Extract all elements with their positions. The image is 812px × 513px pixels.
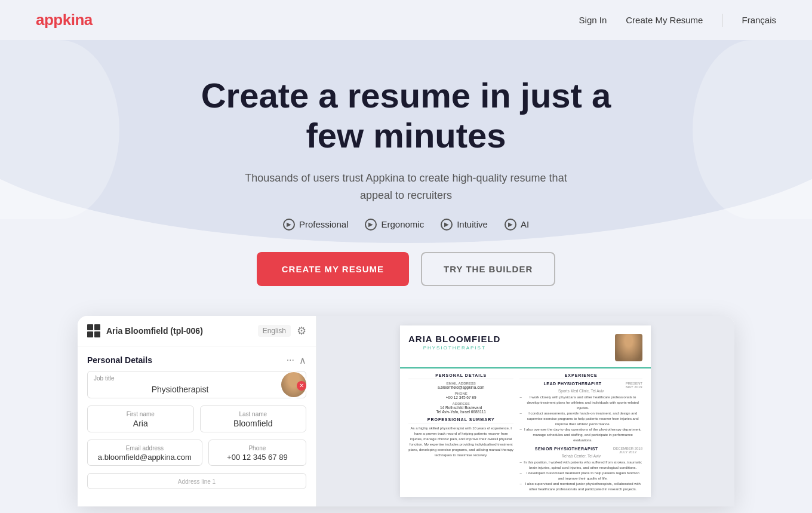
form-header: Aria Bloomfield (tpl-006) English ⚙ bbox=[78, 316, 316, 346]
resume-phone-value: +00 12 345 67 89 bbox=[408, 395, 513, 400]
resume-experience-title: EXPERIENCE bbox=[519, 373, 642, 379]
email-label: Email address bbox=[94, 445, 196, 451]
section-header: Personal Details ··· ∧ bbox=[78, 346, 316, 371]
resume-exp-1-dates: PRESENT MAY 2019 bbox=[626, 382, 642, 389]
feature-label-ergonomic: Ergonomic bbox=[381, 219, 424, 229]
name-row: First name Aria Last name Bloomfield bbox=[87, 406, 306, 432]
resume-email-value: a.bloomfield@appkina.com bbox=[408, 385, 513, 389]
resume-exp-2-bullet-1: In this position, I worked with patients… bbox=[519, 460, 642, 471]
resume-exp-2: SENIOR PHYSIOTHERAPIST DECEMBER 2018 JUL… bbox=[519, 447, 642, 492]
resume-body: PERSONAL DETAILS Email address a.bloomfi… bbox=[400, 368, 651, 497]
email-field[interactable]: Email address a.bloomfield@appkina.com bbox=[87, 440, 202, 466]
resume-exp-2-dates: DECEMBER 2018 JULY 2012 bbox=[613, 447, 642, 454]
first-name-field[interactable]: First name Aria bbox=[87, 406, 194, 432]
email-value: a.bloomfield@appkina.com bbox=[94, 453, 196, 462]
form-panel: Aria Bloomfield (tpl-006) English ⚙ Pers… bbox=[78, 316, 316, 506]
job-title-field[interactable]: Job title Physiotherapist bbox=[87, 371, 306, 398]
create-resume-nav-link[interactable]: Create My Resume bbox=[626, 15, 703, 25]
resume-exp-1-title: LEAD PHYSIOTHERAPIST bbox=[543, 382, 601, 386]
resume-header: ARIA BLOOMFIELD PHYSIOTHERAPIST bbox=[400, 325, 651, 368]
resume-exp-2-company: Rehab Center, Tel Aviv bbox=[519, 454, 642, 458]
feature-intuitive: ▶ Intuitive bbox=[441, 219, 488, 231]
form-title: Aria Bloomfield (tpl-006) bbox=[106, 326, 203, 336]
hero-features: ▶ Professional ▶ Ergonomic ▶ Intuitive ▶… bbox=[12, 219, 800, 231]
job-title-row: Job title Physiotherapist ✕ bbox=[87, 371, 306, 398]
nav-links: Sign In Create My Resume Français bbox=[579, 14, 776, 27]
hero-content: Create a resume in just a few minutes Th… bbox=[12, 76, 800, 286]
settings-icon[interactable]: ⚙ bbox=[297, 324, 306, 337]
hero-buttons: CREATE MY RESUME TRY THE BUILDER bbox=[12, 252, 800, 286]
resume-exp-1-bullet-3: I also oversee the day-to-day operations… bbox=[519, 427, 642, 443]
feature-label-professional: Professional bbox=[299, 219, 349, 229]
feature-ergonomic: ▶ Ergonomic bbox=[365, 219, 424, 231]
navbar: appkina Sign In Create My Resume Françai… bbox=[0, 0, 812, 40]
feature-icon-ergonomic: ▶ bbox=[365, 219, 377, 231]
form-header-left: Aria Bloomfield (tpl-006) bbox=[87, 324, 203, 337]
form-body: Job title Physiotherapist ✕ bbox=[78, 371, 316, 502]
resume-exp-1-company: Sports Med Clinic, Tel Aviv bbox=[519, 389, 642, 393]
resume-exp-2-bullet-3: I also supervised and mentored junior ph… bbox=[519, 481, 642, 492]
resume-right-col: EXPERIENCE LEAD PHYSIOTHERAPIST PRESENT … bbox=[519, 373, 642, 492]
address-row: Address line 1 bbox=[87, 473, 306, 489]
resume-exp-2-title: SENIOR PHYSIOTHERAPIST bbox=[535, 447, 598, 451]
last-name-field[interactable]: Last name Bloomfield bbox=[200, 406, 307, 432]
resume-photo bbox=[615, 334, 642, 361]
resume-job-title: PHYSIOTHERAPIST bbox=[408, 345, 500, 351]
section-title: Personal Details bbox=[87, 355, 152, 365]
address-label: Address line 1 bbox=[94, 478, 300, 485]
hero-subtitle: Thousands of users trust Appkina to crea… bbox=[233, 170, 579, 204]
resume-exp-1-bullet-1: I work closely with physicians and other… bbox=[519, 395, 642, 411]
hero-title: Create a resume in just a few minutes bbox=[197, 76, 615, 155]
feature-ai: ▶ AI bbox=[505, 219, 529, 231]
resume-exp-1: LEAD PHYSIOTHERAPIST PRESENT MAY 2019 Sp… bbox=[519, 382, 642, 443]
resume-document: ARIA BLOOMFIELD PHYSIOTHERAPIST PERSONAL… bbox=[400, 325, 651, 497]
resume-summary-text: As a highly skilled physiotherapist with… bbox=[408, 426, 513, 458]
section-actions: ··· ∧ bbox=[287, 355, 306, 366]
sign-in-link[interactable]: Sign In bbox=[579, 15, 607, 25]
first-name-value: Aria bbox=[94, 419, 187, 428]
last-name-value: Bloomfield bbox=[207, 419, 300, 428]
feature-icon-professional: ▶ bbox=[283, 219, 295, 231]
feature-professional: ▶ Professional bbox=[283, 219, 349, 231]
preview-section: Aria Bloomfield (tpl-006) English ⚙ Pers… bbox=[54, 316, 758, 506]
address-field[interactable]: Address line 1 bbox=[87, 473, 306, 489]
preview-card: Aria Bloomfield (tpl-006) English ⚙ Pers… bbox=[78, 316, 734, 506]
more-options-icon[interactable]: ··· bbox=[287, 355, 294, 365]
nav-separator bbox=[722, 14, 722, 27]
try-builder-button[interactable]: TRY THE BUILDER bbox=[421, 252, 555, 286]
logo[interactable]: appkina bbox=[36, 11, 93, 29]
feature-icon-ai: ▶ bbox=[505, 219, 516, 231]
hero-section: Create a resume in just a few minutes Th… bbox=[0, 40, 812, 513]
resume-address-value: 14 Rothschild Boulevard Tel Aviv-Yafo, I… bbox=[408, 406, 513, 414]
create-resume-button[interactable]: CREATE MY RESUME bbox=[257, 252, 409, 286]
resume-exp-2-bullet-2: I developed customised treatment plans t… bbox=[519, 471, 642, 481]
job-title-label: Job title bbox=[94, 375, 114, 382]
resume-name: ARIA BLOOMFIELD bbox=[408, 334, 500, 344]
feature-label-intuitive: Intuitive bbox=[457, 219, 488, 229]
email-phone-row: Email address a.bloomfield@appkina.com P… bbox=[87, 440, 306, 466]
grid-icon bbox=[87, 324, 100, 337]
collapse-icon[interactable]: ∧ bbox=[299, 355, 306, 366]
phone-label: Phone bbox=[215, 445, 300, 451]
resume-left-col: PERSONAL DETAILS Email address a.bloomfi… bbox=[408, 373, 513, 492]
feature-label-ai: AI bbox=[521, 219, 529, 229]
resume-exp-1-bullet-2: I conduct assessments, provide hands-on … bbox=[519, 411, 642, 427]
language-link[interactable]: Français bbox=[742, 15, 776, 25]
resume-summary-title: PROFESSIONAL SUMMARY bbox=[408, 417, 513, 423]
first-name-label: First name bbox=[94, 411, 187, 417]
resume-name-block: ARIA BLOOMFIELD PHYSIOTHERAPIST bbox=[408, 334, 500, 351]
phone-value: +00 12 345 67 89 bbox=[215, 453, 300, 462]
job-title-value: Physiotherapist bbox=[88, 371, 272, 398]
phone-field[interactable]: Phone +00 12 345 67 89 bbox=[208, 440, 306, 466]
feature-icon-intuitive: ▶ bbox=[441, 219, 453, 231]
last-name-label: Last name bbox=[207, 411, 300, 417]
resume-personal-details-title: PERSONAL DETAILS bbox=[408, 373, 513, 379]
language-badge: English bbox=[258, 325, 291, 337]
resume-panel: ARIA BLOOMFIELD PHYSIOTHERAPIST PERSONAL… bbox=[316, 316, 734, 506]
remove-photo-button[interactable]: ✕ bbox=[297, 381, 306, 391]
